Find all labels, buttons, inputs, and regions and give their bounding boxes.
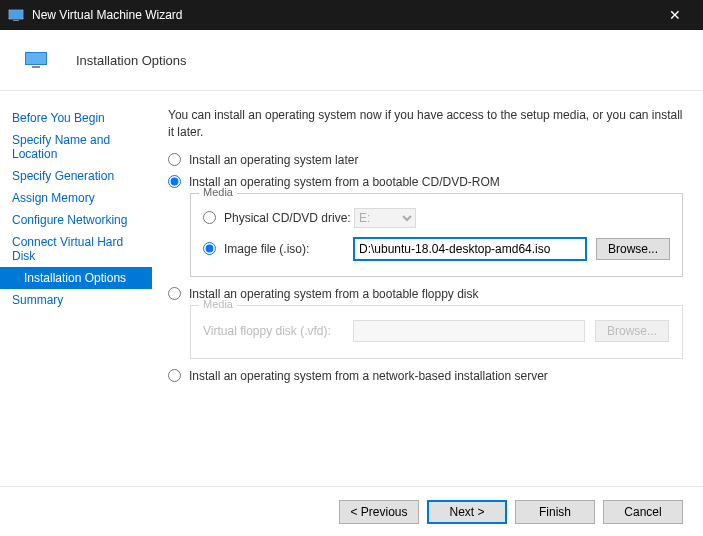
- svg-rect-4: [26, 53, 46, 64]
- radio-physical-drive[interactable]: [203, 211, 216, 224]
- browse-vfd-button: Browse...: [595, 320, 669, 342]
- step-configure-networking[interactable]: Configure Networking: [0, 209, 152, 231]
- wizard-header: Installation Options: [0, 30, 703, 90]
- monitor-icon: [24, 50, 48, 70]
- label-physical-drive: Physical CD/DVD drive:: [224, 211, 354, 225]
- wizard-steps: Before You Begin Specify Name and Locati…: [0, 91, 152, 486]
- input-vfd-path: [353, 320, 585, 342]
- radio-install-later[interactable]: [168, 153, 181, 166]
- radio-image-file[interactable]: [203, 242, 216, 255]
- wizard-footer: < Previous Next > Finish Cancel: [0, 486, 703, 536]
- radio-install-floppy[interactable]: [168, 287, 181, 300]
- input-iso-path[interactable]: [354, 238, 586, 260]
- svg-rect-5: [32, 66, 40, 68]
- browse-iso-button[interactable]: Browse...: [596, 238, 670, 260]
- svg-rect-1: [10, 11, 22, 18]
- step-specify-generation[interactable]: Specify Generation: [0, 165, 152, 187]
- wizard-content: You can install an operating system now …: [152, 91, 703, 486]
- label-install-network[interactable]: Install an operating system from a netwo…: [189, 369, 548, 383]
- step-connect-vhd[interactable]: Connect Virtual Hard Disk: [0, 231, 152, 267]
- step-specify-name[interactable]: Specify Name and Location: [0, 129, 152, 165]
- label-vfd: Virtual floppy disk (.vfd):: [203, 324, 353, 338]
- intro-text: You can install an operating system now …: [168, 107, 683, 141]
- label-install-later[interactable]: Install an operating system later: [189, 153, 358, 167]
- floppy-fieldset: Media Virtual floppy disk (.vfd): Browse…: [190, 305, 683, 359]
- select-drive-letter[interactable]: E:: [354, 208, 416, 228]
- close-icon[interactable]: ✕: [655, 7, 695, 23]
- titlebar: New Virtual Machine Wizard ✕: [0, 0, 703, 30]
- label-image-file: Image file (.iso):: [224, 242, 354, 256]
- finish-button[interactable]: Finish: [515, 500, 595, 524]
- svg-rect-2: [13, 20, 19, 21]
- vm-icon: [8, 7, 24, 23]
- radio-install-network[interactable]: [168, 369, 181, 382]
- media-legend: Media: [199, 186, 237, 198]
- radio-install-cd[interactable]: [168, 175, 181, 188]
- cancel-button[interactable]: Cancel: [603, 500, 683, 524]
- step-installation-options[interactable]: Installation Options: [0, 267, 152, 289]
- step-before-you-begin[interactable]: Before You Begin: [0, 107, 152, 129]
- step-assign-memory[interactable]: Assign Memory: [0, 187, 152, 209]
- media-fieldset: Media Physical CD/DVD drive: E: Image fi…: [190, 193, 683, 277]
- next-button[interactable]: Next >: [427, 500, 507, 524]
- step-summary[interactable]: Summary: [0, 289, 152, 311]
- previous-button[interactable]: < Previous: [339, 500, 419, 524]
- page-title: Installation Options: [76, 53, 187, 68]
- window-title: New Virtual Machine Wizard: [32, 8, 655, 22]
- floppy-legend: Media: [199, 298, 237, 310]
